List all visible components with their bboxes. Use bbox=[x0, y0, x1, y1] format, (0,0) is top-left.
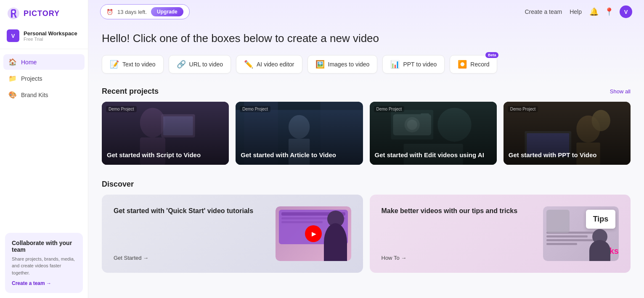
project-title-4: Get started with PPT to Video bbox=[509, 151, 625, 159]
trial-banner: ⏰ 13 days left. Upgrade bbox=[100, 4, 190, 19]
record-icon: ⏺️ bbox=[458, 60, 467, 69]
sidebar-item-home-label: Home bbox=[21, 59, 37, 66]
main-content: ⏰ 13 days left. Upgrade Create a team He… bbox=[88, 0, 644, 298]
ai-video-editor-label: AI video editor bbox=[257, 61, 294, 68]
project-title-3: Get started with Edit videos using AI bbox=[375, 151, 492, 159]
projects-icon: 📁 bbox=[8, 74, 17, 82]
discover-card-tutorials-left: Get started with 'Quick Start' video tut… bbox=[114, 206, 269, 261]
sidebar-item-brand-kits-label: Brand Kits bbox=[21, 92, 48, 98]
projects-grid: Demo Project Get started with Script to … bbox=[102, 102, 631, 165]
discover-card-tutorials[interactable]: Get started with 'Quick Start' video tut… bbox=[102, 195, 363, 273]
svg-point-1 bbox=[12, 11, 15, 13]
text-to-video-label: Text to video bbox=[122, 61, 156, 68]
brand-kits-icon: 🎨 bbox=[8, 91, 17, 99]
page-content: Hello! Click one of the boxes below to c… bbox=[88, 24, 644, 286]
logo-container: PICTORY bbox=[0, 0, 88, 26]
discover-tips-media: Tips Tricks bbox=[543, 206, 619, 261]
url-to-video-label: URL to video bbox=[189, 61, 223, 68]
project-tag-4: Demo Project bbox=[508, 106, 538, 112]
project-card-2[interactable]: Demo Project Get started with Article to… bbox=[236, 102, 363, 165]
page-title: Hello! Click one of the boxes below to c… bbox=[102, 32, 631, 45]
project-card-3[interactable]: Demo Project Get started with Edit video… bbox=[370, 102, 497, 165]
url-to-video-button[interactable]: 🔗 URL to video bbox=[169, 55, 231, 74]
sidebar-item-projects[interactable]: 📁 Projects bbox=[3, 71, 85, 86]
collaborate-title: Collaborate with your team bbox=[12, 240, 76, 253]
sidebar-item-projects-label: Projects bbox=[21, 75, 42, 82]
collaborate-panel: Collaborate with your team Share project… bbox=[5, 233, 83, 293]
discover-tutorials-link[interactable]: Get Started → bbox=[114, 255, 269, 261]
workspace-avatar: V bbox=[7, 29, 19, 42]
notifications-icon[interactable]: 🔔 bbox=[589, 7, 599, 16]
recent-projects-header: Recent projects Show all bbox=[102, 87, 631, 96]
header-icons: 🔔 📍 V bbox=[589, 5, 632, 18]
clock-icon: ⏰ bbox=[106, 9, 113, 15]
recent-projects-title: Recent projects bbox=[102, 87, 159, 96]
project-tag-3: Demo Project bbox=[374, 106, 405, 112]
header-right: Create a team Help 🔔 📍 V bbox=[525, 5, 632, 18]
creation-buttons-row: 📝 Text to video 🔗 URL to video ✏️ AI vid… bbox=[102, 55, 631, 74]
images-to-video-label: Images to video bbox=[328, 61, 370, 68]
discover-card-tips[interactable]: Make better videos with our tips and tri… bbox=[370, 195, 631, 273]
project-card-4[interactable]: Demo Project Get started with PPT to Vid… bbox=[504, 102, 631, 165]
project-card-1[interactable]: Demo Project Get started with Script to … bbox=[102, 102, 229, 165]
top-bar: ⏰ 13 days left. Upgrade Create a team He… bbox=[88, 0, 644, 24]
discover-tips-title: Make better videos with our tips and tri… bbox=[382, 206, 537, 216]
images-to-video-icon: 🖼️ bbox=[315, 60, 325, 69]
ppt-to-video-icon: 📊 bbox=[390, 60, 400, 69]
record-label: Record bbox=[470, 61, 489, 68]
logo-text: PICTORY bbox=[24, 9, 60, 18]
discover-tutorials-title: Get started with 'Quick Start' video tut… bbox=[114, 206, 269, 216]
tips-card: Tips bbox=[586, 210, 615, 229]
ai-video-editor-icon: ✏️ bbox=[244, 60, 253, 69]
record-button[interactable]: ⏺️ Record Beta bbox=[450, 55, 497, 74]
sidebar-item-home[interactable]: 🏠 Home bbox=[3, 54, 85, 70]
show-all-link[interactable]: Show all bbox=[610, 88, 631, 95]
workspace-info: V Personal Workspace Free Trial bbox=[0, 26, 88, 49]
project-tag-2: Demo Project bbox=[240, 106, 270, 112]
discover-grid: Get started with 'Quick Start' video tut… bbox=[102, 195, 631, 273]
workspace-name: Personal Workspace bbox=[24, 30, 77, 37]
collaborate-description: Share projects, brands, media, and creat… bbox=[12, 256, 76, 277]
sidebar-item-brand-kits[interactable]: 🎨 Brand Kits bbox=[3, 87, 85, 103]
upgrade-button[interactable]: Upgrade bbox=[151, 7, 183, 16]
beta-badge: Beta bbox=[485, 52, 499, 58]
discover-title: Discover bbox=[102, 180, 631, 189]
pictory-logo-icon bbox=[7, 7, 20, 20]
user-avatar[interactable]: V bbox=[620, 5, 632, 18]
discover-card-tips-left: Make better videos with our tips and tri… bbox=[382, 206, 537, 261]
discover-tips-link[interactable]: How To → bbox=[382, 255, 537, 261]
ppt-to-video-label: PPT to video bbox=[403, 61, 437, 68]
sidebar: PICTORY V Personal Workspace Free Trial … bbox=[0, 0, 88, 298]
text-to-video-icon: 📝 bbox=[110, 60, 119, 69]
create-team-link[interactable]: Create a team → bbox=[12, 280, 76, 286]
create-team-header[interactable]: Create a team bbox=[525, 8, 562, 15]
text-to-video-button[interactable]: 📝 Text to video bbox=[102, 55, 164, 74]
play-button[interactable]: ▶ bbox=[305, 225, 322, 242]
url-to-video-icon: 🔗 bbox=[177, 60, 186, 69]
project-title-2: Get started with Article to Video bbox=[241, 151, 358, 159]
images-to-video-button[interactable]: 🖼️ Images to video bbox=[307, 55, 378, 74]
workspace-plan: Free Trial bbox=[24, 37, 77, 42]
ai-video-editor-button[interactable]: ✏️ AI video editor bbox=[236, 55, 302, 74]
ppt-to-video-button[interactable]: 📊 PPT to video bbox=[382, 55, 445, 74]
project-tag-1: Demo Project bbox=[106, 106, 137, 112]
discover-tutorials-media: ▶ bbox=[276, 206, 351, 261]
home-icon: 🏠 bbox=[8, 58, 17, 66]
trial-days-left: 13 days left. bbox=[117, 9, 147, 15]
project-title-1: Get started with Script to Video bbox=[107, 151, 224, 159]
sidebar-nav: 🏠 Home 📁 Projects 🎨 Brand Kits bbox=[0, 53, 88, 228]
help-link[interactable]: Help bbox=[570, 8, 582, 15]
location-icon[interactable]: 📍 bbox=[604, 7, 614, 16]
